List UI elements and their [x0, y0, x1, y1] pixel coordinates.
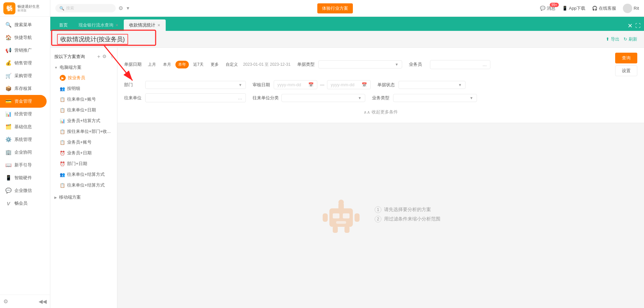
- export-btn[interactable]: ⬆ 导出: [606, 36, 620, 42]
- desktop-section-title[interactable]: ▼ 电脑端方案: [50, 62, 117, 72]
- scheme-partner-settle2[interactable]: 📋 往来单位+结算方式: [50, 180, 117, 191]
- trial-button[interactable]: 体验行业方案: [317, 3, 353, 13]
- sidebar-item-search-menu[interactable]: 🔍 搜索菜单: [0, 18, 50, 31]
- sidebar-item-marketing[interactable]: 📢 营销推广: [0, 44, 50, 57]
- add-scheme-btn[interactable]: +: [97, 54, 100, 60]
- collapse-label: 收起更多条件: [372, 109, 398, 115]
- partner-category-label: 往来单位分类: [253, 95, 279, 101]
- collapse-sidebar-btn[interactable]: ◀◀: [39, 298, 47, 305]
- partner-category-select[interactable]: ▼: [281, 94, 365, 102]
- app-download-btn[interactable]: 📱 App下载: [562, 5, 585, 11]
- this-month-tab[interactable]: 本月: [160, 61, 174, 68]
- tab-home[interactable]: 首页: [54, 19, 73, 31]
- dept-select[interactable]: ▼: [145, 81, 246, 89]
- scheme-salesperson-date[interactable]: ⏰ 业务员+日期: [50, 148, 117, 158]
- enterprise-icon: 🏢: [5, 149, 12, 155]
- sidebar: 畅 畅捷通好生意 标准版 🔍 搜索菜单 🏠 快捷导航 📢 营销推广 💰 销售管理…: [0, 0, 50, 308]
- tab-close-collection-stat[interactable]: ✕: [157, 23, 160, 28]
- left-panel: 按以下方案查询 + ⚙ 《 ▼ 电脑端方案 ▶ 按业务员 👥: [50, 48, 117, 308]
- service-icon: 🎧: [592, 6, 597, 11]
- online-service-btn[interactable]: 🎧 在线客服: [592, 5, 616, 11]
- header-search-box[interactable]: 🔍 搜索: [55, 4, 116, 12]
- dropdown-icon[interactable]: ▼: [126, 6, 130, 11]
- collapse-filter-bar[interactable]: ∧∧ 收起更多条件: [124, 106, 637, 118]
- salesperson-date-icon: ⏰: [60, 151, 65, 156]
- partner-settle2-icon: 📋: [60, 183, 65, 188]
- salesperson-select[interactable]: …: [430, 60, 490, 69]
- partner-label: 往来单位: [124, 95, 143, 101]
- scheme-salesperson-settle[interactable]: 📊 业务员+结算方式: [50, 115, 117, 126]
- tab-collection-stat[interactable]: 收款情况统计 ✕: [124, 19, 166, 31]
- salesperson-more-dots[interactable]: …: [482, 62, 487, 67]
- sidebar-item-inventory[interactable]: 📦 库存核算: [0, 82, 50, 95]
- scheme-partner-dept-collect[interactable]: 📋 按往来单位+部门+收...: [50, 126, 117, 137]
- empty-step-1: 1 请先选择要分析的方案: [375, 206, 440, 213]
- sidebar-item-enterprise[interactable]: 🏢 企业协同: [0, 146, 50, 159]
- scheme-partner-account[interactable]: 📋 往来单位+账号: [50, 94, 117, 105]
- smart-hw-icon: 📱: [5, 175, 12, 181]
- partner-dept-icon: 📋: [60, 129, 65, 134]
- sidebar-item-wechat[interactable]: 💬 企业微信: [0, 184, 50, 197]
- sidebar-item-sales[interactable]: 💰 销售管理: [0, 57, 50, 69]
- last-7-days-tab[interactable]: 近7天: [191, 61, 206, 68]
- settings-bottom-btn[interactable]: ⚙: [3, 298, 8, 305]
- sidebar-item-quick-nav[interactable]: 🏠 快捷导航: [0, 31, 50, 44]
- doc-status-select[interactable]: ▼: [398, 81, 466, 89]
- business-type-label: 业务类型: [372, 95, 390, 101]
- user-menu[interactable]: Rit: [623, 4, 639, 13]
- doc-status-label: 单据状态: [377, 82, 396, 88]
- basic-info-icon: 🗂️: [5, 124, 12, 130]
- sidebar-item-purchase[interactable]: 🛒 采购管理: [0, 69, 50, 82]
- sidebar-item-member[interactable]: V 畅会员: [0, 197, 50, 210]
- query-button[interactable]: 查询: [615, 53, 637, 63]
- business-type-select[interactable]: ▼: [393, 94, 477, 102]
- right-panel: 单据日期 上月 本月 本年 近7天 更多 自定义 2023-01-01 至 20…: [117, 48, 644, 308]
- scheme-by-salesperson[interactable]: ▶ 按业务员: [50, 72, 117, 83]
- review-date-start[interactable]: yyyy-mm-dd 📅: [274, 80, 317, 89]
- partner-more-dots[interactable]: …: [238, 95, 242, 100]
- sidebar-item-guide[interactable]: 📖 新手引导: [0, 159, 50, 171]
- scheme-partner-settle1[interactable]: 👥 往来单位+结算方式: [50, 169, 117, 180]
- scheme-partner-date[interactable]: 📋 往来单位+日期: [50, 105, 117, 115]
- filter-area: 单据日期 上月 本月 本年 近7天 更多 自定义 2023-01-01 至 20…: [117, 48, 644, 123]
- guide-icon: 📖: [5, 162, 12, 168]
- settings-icon[interactable]: ⚙: [118, 5, 123, 11]
- date-tabs: 上月 本月 本年 近7天 更多 自定义: [145, 61, 240, 68]
- scheme-settings-btn[interactable]: ⚙: [102, 54, 107, 60]
- this-year-tab[interactable]: 本年: [175, 61, 189, 68]
- scheme-dept-date[interactable]: ⏰ 部门+日期: [50, 158, 117, 169]
- filter-row-3: 往来单位 … 往来单位分类 ▼ 业务类型: [124, 93, 637, 102]
- partner-select[interactable]: …: [145, 93, 246, 102]
- sidebar-item-operations[interactable]: 📊 经营管理: [0, 108, 50, 120]
- collapse-panel-btn[interactable]: 《: [109, 54, 113, 60]
- svg-rect-2: [343, 213, 350, 218]
- scheme-by-detail[interactable]: 👥 按明细: [50, 83, 117, 94]
- sidebar-item-basic-info[interactable]: 🗂️ 基础信息: [0, 120, 50, 133]
- search-icon: 🔍: [59, 6, 64, 11]
- more-date-tab[interactable]: 更多: [208, 61, 221, 68]
- partner-category-filter: 往来单位分类 ▼: [253, 94, 365, 102]
- maximize-btn[interactable]: ⛶: [635, 23, 641, 29]
- scheme-salesperson-account[interactable]: 📋 业务员+账号: [50, 137, 117, 148]
- doc-type-select[interactable]: ▼: [318, 60, 402, 68]
- search-placeholder: 搜索: [66, 5, 74, 11]
- sidebar-item-finance[interactable]: 💳 资金管理: [0, 95, 47, 108]
- sidebar-item-system[interactable]: ⚙️ 系统管理: [0, 133, 50, 146]
- empty-content: 1 请先选择要分析的方案 2 用过滤条件来缩小分析范围: [321, 195, 440, 236]
- header-left: 🔍 搜索 ⚙ ▼: [55, 4, 130, 12]
- sidebar-item-smart-hw[interactable]: 📱 智能硬件: [0, 171, 50, 184]
- close-window-btn[interactable]: ✕: [628, 22, 633, 30]
- last-month-tab[interactable]: 上月: [145, 61, 159, 68]
- panel-header: 按以下方案查询 + ⚙ 《: [50, 51, 117, 62]
- review-date-label: 审核日期: [253, 82, 271, 88]
- mobile-section-title[interactable]: ▶ 移动端方案: [50, 192, 117, 202]
- tab-close-bank-flow[interactable]: ✕: [115, 23, 118, 28]
- top-header: 🔍 搜索 ⚙ ▼ 体验行业方案 💬 消息 99+ 📱 App下载 🎧 在线客服: [50, 0, 644, 17]
- custom-date-tab[interactable]: 自定义: [223, 61, 240, 68]
- review-date-end[interactable]: yyyy-mm-dd 📅: [327, 80, 371, 89]
- tab-bank-flow[interactable]: 现金银行流水查询 ✕: [73, 19, 124, 31]
- message-btn[interactable]: 💬 消息 99+: [540, 5, 555, 11]
- set-button[interactable]: 设置: [615, 65, 637, 76]
- message-icon: 💬: [540, 6, 545, 11]
- refresh-btn[interactable]: ↻ 刷新: [624, 36, 637, 42]
